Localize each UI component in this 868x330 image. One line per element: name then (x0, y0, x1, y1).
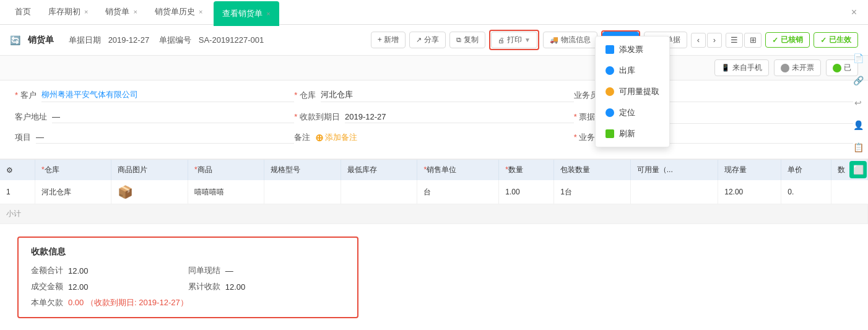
payment-info-panel: 收款信息 金额合计 12.00 同单现结 — 成交金额 12.00 累计收款 1… (17, 237, 358, 318)
current-owed-value: 0.00 （收款到期日: 2019-12-27） (68, 297, 188, 308)
outbound-icon (605, 66, 614, 75)
warehouse-label: 仓库 (294, 90, 321, 101)
check-icon (833, 64, 841, 72)
project-label: 项目 (15, 132, 36, 143)
note-label: 备注 (294, 132, 315, 143)
current-owed-row: 本单欠款 0.00 （收款到期日: 2019-12-27） (31, 297, 188, 308)
product-table: ⚙ *仓库 商品图片 *商品 规格型号 最低库存 *销售单位 *数量 包装数量 … (0, 160, 868, 224)
doc-icon: 🔄 (10, 35, 20, 45)
dropdown-add-invoice[interactable]: 添发票 (596, 39, 669, 60)
customer-value[interactable]: 柳州粤港平安气体有限公司 (41, 88, 295, 102)
cell-spec (264, 180, 341, 204)
deal-amount-value: 12.00 (68, 282, 89, 292)
cell-product: 嘻嘻嘻嘻 (188, 180, 264, 204)
not-opened-icon (781, 64, 789, 72)
cancelled-badge: ✓ 已核销 (765, 32, 810, 48)
tab-inventory-init[interactable]: 库存期初 × (40, 0, 97, 25)
tab-home[interactable]: 首页 (6, 0, 40, 25)
same-order-settle-row: 同单现结 — (188, 265, 345, 276)
payment-info-grid: 金额合计 12.00 同单现结 — 成交金额 12.00 累计收款 12.00 … (31, 265, 345, 308)
cell-sales-unit: 台 (417, 180, 499, 204)
payment-date-label: 收款到期日 (294, 111, 345, 123)
sidebar-list-icon[interactable]: 📋 (849, 139, 867, 156)
col-image: 商品图片 (111, 160, 188, 180)
cumulative-payment-label: 累计收款 (188, 281, 220, 292)
col-warehouse: *仓库 (35, 160, 111, 180)
view-toggle: ☰ ⊞ (726, 33, 762, 48)
tab-inventory-init-close[interactable]: × (84, 8, 88, 15)
col-product: *商品 (188, 160, 264, 180)
deal-amount-row: 成交金额 12.00 (31, 281, 188, 292)
cell-warehouse: 河北仓库 (35, 180, 111, 204)
print-highlight-box: 🖨 打印 ▼ (489, 30, 539, 50)
table-header-row: ⚙ *仓库 商品图片 *商品 规格型号 最低库存 *销售单位 *数量 包装数量 … (0, 160, 868, 180)
col-sales-unit: *销售单位 (417, 160, 499, 180)
form-row-3: 项目 — 备注 ⊕ 添加备注 业务员孟 — (15, 131, 853, 144)
new-button[interactable]: + 新增 (371, 32, 406, 48)
sidebar-edit-icon[interactable]: 📄 (849, 50, 867, 67)
col-pack-qty: 包装数量 (554, 160, 631, 180)
cell-qty: 1.00 (499, 180, 554, 204)
copy-button[interactable]: ⧉ 复制 (449, 32, 485, 48)
subtotal-row: 小计 (0, 204, 868, 224)
tab-view-sales-close[interactable]: × (266, 10, 270, 17)
from-phone-button[interactable]: 📱 来自手机 (714, 59, 769, 76)
print-button[interactable]: 🖨 打印 ▼ (491, 32, 537, 48)
tab-view-sales[interactable]: 查看销货单 × (214, 1, 279, 26)
refresh-icon (605, 129, 614, 138)
col-available: 可用量（... (630, 160, 718, 180)
due-date-note: （收款到期日: 2019-12-27） (86, 298, 188, 307)
add-note-button[interactable]: ⊕ 添加备注 (315, 132, 357, 144)
same-order-settle-label: 同单现结 (188, 265, 220, 276)
doc-number-label: 单据编号 SA-20191227-001 (159, 35, 264, 46)
available-qty-icon (605, 87, 614, 96)
tab-sales-history[interactable]: 销货单历史 × (146, 0, 211, 25)
tab-sales-order-close[interactable]: × (133, 8, 137, 15)
not-opened-button[interactable]: 未开票 (774, 59, 821, 76)
tab-sales-order[interactable]: 销货单 × (97, 0, 145, 25)
nav-next-button[interactable]: › (707, 33, 722, 48)
cell-min-stock (341, 180, 417, 204)
grid-view-button[interactable]: ⊞ (744, 33, 762, 48)
document-meta: 单据日期 2019-12-27 单据编号 SA-20191227-001 (69, 35, 264, 46)
col-settings[interactable]: ⚙ (0, 160, 35, 180)
list-view-button[interactable]: ☰ (726, 33, 743, 48)
col-qty: *数量 (499, 160, 554, 180)
address-label: 客户地址 (15, 111, 52, 123)
customer-field: 客户 柳州粤港平安气体有限公司 (15, 88, 294, 102)
document-type-label: 销货单 (28, 35, 54, 46)
dropdown-refresh[interactable]: 刷新 (596, 123, 669, 144)
document-toolbar: 🔄 销货单 单据日期 2019-12-27 单据编号 SA-20191227-0… (0, 25, 868, 56)
total-amount-value: 12.00 (68, 266, 89, 276)
sidebar-expand-icon[interactable]: ⬜ (849, 161, 867, 178)
share-button[interactable]: ↗ 分享 (409, 32, 446, 48)
form-section: 客户 柳州粤港平安气体有限公司 仓库 河北仓库 业务员 演示账号 客户地址 — … (0, 80, 868, 159)
subtotal-label: 小计 (0, 204, 868, 224)
right-sidebar: 📄 🔗 ↩ 👤 📋 ⬜ (848, 0, 868, 330)
dropdown-available-qty[interactable]: 可用量提取 (596, 81, 669, 102)
tab-sales-history-close[interactable]: × (199, 8, 202, 15)
sidebar-link-icon[interactable]: 🔗 (849, 72, 867, 89)
deal-amount-label: 成交金额 (31, 281, 63, 292)
note-field: 备注 ⊕ 添加备注 (294, 132, 573, 144)
same-order-settle-value: — (225, 266, 233, 276)
cell-image: 📦 (111, 180, 188, 204)
ops-dropdown-menu: 添发票 出库 可用量提取 定位 刷新 (595, 36, 670, 147)
dropdown-outbound[interactable]: 出库 (596, 60, 669, 81)
col-min-stock: 最低库存 (341, 160, 417, 180)
table-row: 1 河北仓库 📦 嘻嘻嘻嘻 台 1.00 1台 12.00 0. (0, 180, 868, 204)
current-owed-label: 本单欠款 (31, 297, 63, 308)
payment-info-title: 收款信息 (31, 246, 345, 258)
logistics-button[interactable]: 🚚 物流信息 (543, 32, 597, 48)
cell-pack-qty: 1台 (554, 180, 631, 204)
nav-arrows: ‹ › (691, 33, 722, 48)
form-row-2: 客户地址 — 收款到期日 2019-12-27 票据类型 不开票 (15, 110, 853, 124)
doc-date-label: 单据日期 2019-12-27 (69, 35, 149, 46)
total-amount-label: 金额合计 (31, 265, 63, 276)
sidebar-user-icon[interactable]: 👤 (849, 116, 867, 134)
cumulative-payment-row: 累计收款 12.00 (188, 281, 345, 292)
sidebar-undo-icon[interactable]: ↩ (849, 94, 867, 111)
dropdown-locate[interactable]: 定位 (596, 102, 669, 123)
customer-label: 客户 (15, 90, 41, 101)
nav-prev-button[interactable]: ‹ (691, 33, 706, 48)
